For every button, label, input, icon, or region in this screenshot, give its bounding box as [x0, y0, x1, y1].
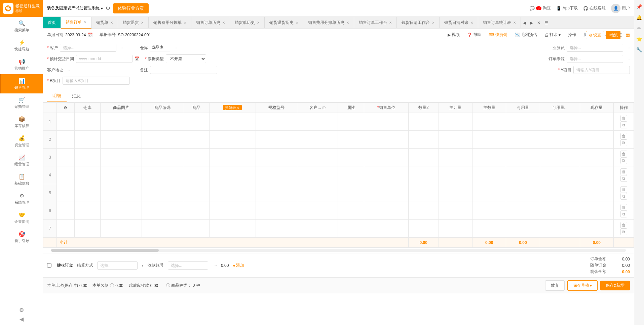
tab-close-sales-summary[interactable]: ✕ — [513, 21, 516, 25]
copy-row-btn[interactable]: ⧉ — [620, 122, 627, 128]
tab-scroll-left[interactable]: ◀ — [521, 19, 528, 27]
add-payment-btn[interactable]: ● 添加 — [233, 262, 244, 268]
delivery-date-input[interactable] — [76, 55, 132, 63]
invoice-select[interactable]: 不开票 — [166, 54, 206, 63]
addr-dots-icon[interactable]: ··· — [67, 68, 70, 72]
copy-row-btn[interactable]: ⧉ — [620, 139, 627, 146]
tab-home[interactable]: 首页 — [43, 17, 61, 28]
print-btn[interactable]: 🖨 打印 ▾ — [542, 31, 563, 39]
bell-icon[interactable]: 🔔 — [635, 13, 643, 22]
sidebar-item-search[interactable]: 🔍 搜索菜单 — [0, 17, 43, 36]
tab-sales-order[interactable]: 销售订单 ✕ — [61, 17, 91, 29]
delete-row-btn[interactable]: 🗑 — [620, 168, 627, 175]
tab-close-sales-fee-split[interactable]: ✕ — [184, 21, 186, 25]
tab-close-cash-daily[interactable]: ✕ — [432, 21, 434, 25]
user-menu[interactable]: 👤 用户 — [611, 4, 630, 13]
copy-row-btn[interactable]: ⧉ — [620, 211, 627, 217]
online-service-btn[interactable]: 🎧 在线客服 — [583, 5, 606, 11]
setup-btn[interactable]: ⚙ 设置 — [586, 31, 604, 39]
gear-settings-icon[interactable]: ⚙ — [106, 5, 110, 11]
copy-row-btn[interactable]: ⧉ — [620, 157, 627, 164]
collapse-icon[interactable]: ◀ — [20, 316, 24, 322]
tab-close-sales-refund-history[interactable]: ✕ — [296, 21, 298, 25]
a-project-input[interactable] — [573, 66, 630, 74]
help-btn[interactable]: ❓ 帮助 — [465, 31, 483, 39]
order-source-input[interactable] — [567, 55, 623, 63]
tab-close-all[interactable]: ✕ — [535, 19, 542, 27]
pin-icon[interactable]: 📌 — [635, 3, 643, 11]
message-btn[interactable]: 💬 9 淘豆 — [530, 5, 551, 11]
sidebar-item-system[interactable]: ⚙ 系统管理 — [0, 189, 43, 208]
staff-dots-icon[interactable]: ··· — [627, 45, 630, 50]
tool-icon[interactable]: 🔧 — [635, 46, 643, 54]
scrollbar-thumb[interactable] — [51, 249, 159, 252]
discard-btn[interactable]: 放弃 — [545, 280, 565, 291]
delete-row-btn[interactable]: 🗑 — [620, 133, 627, 139]
tab-sales-order-history[interactable]: 销售订单历史 ✕ — [191, 17, 230, 28]
delete-row-btn[interactable]: 🗑 — [620, 186, 627, 193]
tab-cash-reconcile[interactable]: 钱货日清对账 ✕ — [440, 17, 478, 28]
tab-menu[interactable]: ☰ — [542, 19, 550, 27]
delete-row-btn[interactable]: 🗑 — [620, 115, 627, 122]
shortcuts-btn[interactable]: ⌨ 快捷键 — [487, 31, 509, 39]
star-icon[interactable]: ⭐ — [635, 35, 643, 43]
sidebar-item-inventory[interactable]: 📦 库存核算 — [0, 113, 43, 132]
payment-method-select[interactable] — [97, 261, 138, 270]
copy-row-btn[interactable]: ⧉ — [620, 193, 627, 200]
tab-close-sales-order[interactable]: ✕ — [84, 21, 86, 24]
sidebar-item-guide[interactable]: 🎯 新手引导 — [0, 228, 43, 247]
tab-close-sales-refund[interactable]: ✕ — [141, 21, 144, 25]
grid-view-icon[interactable]: ▦ — [626, 32, 630, 38]
sidebar-item-sales[interactable]: 📊 销售管理 — [0, 74, 43, 93]
delete-row-btn[interactable]: 🗑 — [620, 222, 627, 229]
warehouse-dots-icon[interactable]: ··· — [174, 45, 177, 50]
tab-sales-fee-history[interactable]: 销售费用分摊单历史 ✕ — [303, 17, 354, 28]
copy-row-btn[interactable]: ⧉ — [620, 175, 627, 182]
calendar-icon[interactable]: 📅 — [88, 33, 93, 37]
tab-close-cash-reconcile[interactable]: ✕ — [470, 21, 473, 25]
profit-btn[interactable]: 📉 毛利预估 — [513, 31, 539, 39]
tab-scroll-right[interactable]: ▶ — [528, 19, 535, 27]
tab-sales-history[interactable]: 销货单历史 ✕ — [230, 17, 265, 28]
tab-close-sales-history[interactable]: ✕ — [257, 21, 260, 25]
save-new-btn[interactable]: 保存&新增 — [600, 281, 630, 290]
delete-row-btn[interactable]: 🗑 — [620, 204, 627, 211]
tab-sales-summary[interactable]: 销售订单统计表 ✕ — [478, 17, 521, 28]
sidebar-item-purchase[interactable]: 🛒 采购管理 — [0, 93, 43, 113]
b-project-input[interactable] — [63, 77, 130, 85]
tab-sales-return[interactable]: 销货单 ✕ — [91, 17, 118, 28]
sidebar-item-quick-nav[interactable]: ⚡ 快捷导航 — [0, 36, 43, 55]
tab-close-sales-workbench[interactable]: ✕ — [389, 21, 392, 25]
system-title[interactable]: 装备及固定资产辅助管理系统 ▾ — [47, 5, 103, 11]
sidebar-item-operations[interactable]: 📈 经营管理 — [0, 151, 43, 170]
tab-close-sales-fee-history[interactable]: ✕ — [346, 21, 349, 25]
settings-bottom-icon[interactable]: ⚙ — [19, 307, 24, 313]
tab-close-sales-order-history[interactable]: ✕ — [222, 21, 225, 25]
app-download-btn[interactable]: 📱 App下载 — [556, 5, 578, 11]
delivery-calendar-icon[interactable]: 📅 — [135, 56, 140, 61]
bank-dots-icon[interactable]: ··· — [214, 263, 217, 268]
operations-btn[interactable]: 操作 — [566, 31, 578, 39]
scrollbar-track[interactable] — [51, 249, 626, 252]
view-btn[interactable]: ▶ 视频 — [446, 31, 462, 39]
bank-account-input[interactable] — [168, 261, 208, 270]
order-source-dots-icon[interactable]: ··· — [627, 56, 630, 61]
tab-sales-workbench[interactable]: 销售订单工作台 ✕ — [354, 17, 397, 28]
sidebar-item-marketing[interactable]: 📢 营销推广 — [0, 55, 43, 74]
one-click-checkbox[interactable]: 一键收订金 — [47, 262, 73, 268]
detail-tab-summary[interactable]: 汇总 — [67, 90, 86, 102]
detail-tab-detail[interactable]: 明细 — [47, 90, 67, 102]
sidebar-item-enterprise[interactable]: 🤝 企业协同 — [0, 208, 43, 228]
col-scan[interactable]: 扫码录入 — [209, 103, 256, 113]
tab-sales-fee-split[interactable]: 销售费用分摊单 ✕ — [149, 17, 191, 28]
sidebar-item-finance[interactable]: 💰 资金管理 — [0, 132, 43, 151]
customer-dots-icon[interactable]: ··· — [120, 45, 123, 50]
delete-row-btn[interactable]: 🗑 — [620, 151, 627, 157]
staff-input[interactable] — [567, 44, 623, 52]
industry-btn[interactable]: 体验行业方案 — [113, 3, 149, 13]
col-settings[interactable]: ⚙ — [57, 103, 75, 113]
add-goods-btn[interactable]: +物流 — [606, 31, 620, 39]
tab-sales-refund-history[interactable]: 销货退货历史 ✕ — [265, 17, 303, 28]
tab-cash-daily[interactable]: 钱货日清工作台 ✕ — [397, 17, 440, 28]
tab-close-sales-return[interactable]: ✕ — [110, 21, 113, 25]
